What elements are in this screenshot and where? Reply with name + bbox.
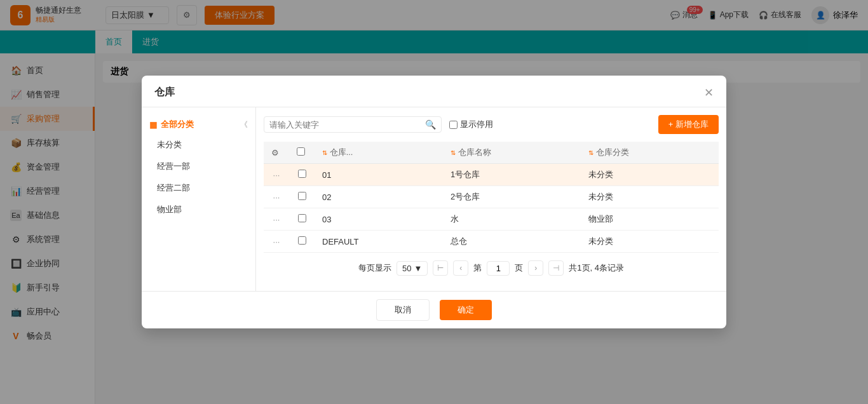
modal-title: 仓库 [154,86,175,99]
next-page-button[interactable]: › [528,260,543,276]
category-item-dept2[interactable]: 经营二部 [142,177,255,199]
select-all-checkbox[interactable] [297,147,305,156]
table-row[interactable]: ··· 03 水 物业部 [264,208,719,231]
category-item-property[interactable]: 物业部 [142,199,255,220]
category-all-header[interactable]: ▦ 全部分类 《 [142,115,255,134]
dropdown-arrow: ▼ [414,264,422,273]
page-label-prefix: 第 [473,262,482,274]
modal-body: ▦ 全部分类 《 未分类 经营一部 经营二部 物业部 [142,107,726,291]
show-disabled-checkbox[interactable] [449,121,458,129]
search-icon: 🔍 [425,119,436,130]
row-name: 1号仓库 [443,164,581,186]
modal-footer: 取消 确定 [142,291,726,328]
modal-close-button[interactable]: ✕ [704,87,714,98]
page-number-input[interactable] [487,261,510,276]
th-warehouse-category: ⇅ 仓库分类 [581,142,719,164]
category-item-dept1[interactable]: 经营一部 [142,156,255,177]
per-page-selector[interactable]: 50 ▼ [397,261,428,276]
row-num: 01 [315,164,443,186]
search-input[interactable] [269,120,425,130]
row-num: DEFAULT [315,231,443,253]
category-all-label: ▦ 全部分类 [149,119,194,130]
pagination: 每页显示 50 ▼ ⊢ ‹ 第 页 › ⊣ 共1页, 4条记录 [264,253,719,283]
modal-header: 仓库 ✕ [142,76,726,107]
last-page-button[interactable]: ⊣ [548,260,564,276]
row-dots[interactable]: ··· [264,231,289,253]
row-checkbox[interactable] [289,164,315,186]
th-check [289,142,315,164]
sort-icon-cat: ⇅ [588,149,593,156]
warehouse-table: ⚙ ⇅ 仓库... ⇅ 仓库名称 ⇅ [264,142,719,253]
sort-icon-code: ⇅ [322,149,327,156]
page-label-suffix: 页 [515,262,523,274]
category-item-unclassified[interactable]: 未分类 [142,134,255,156]
first-page-button[interactable]: ⊢ [433,260,448,276]
table-toolbar: 🔍 显示停用 + 新增仓库 [264,115,719,134]
table-header: ⚙ ⇅ 仓库... ⇅ 仓库名称 ⇅ [264,142,719,164]
row-name: 水 [443,208,581,231]
add-warehouse-button[interactable]: + 新增仓库 [658,115,719,134]
row-name: 2号仓库 [443,186,581,208]
show-disabled-label[interactable]: 显示停用 [449,119,493,130]
row-num: 02 [315,186,443,208]
confirm-button[interactable]: 确定 [440,300,492,320]
row-category: 未分类 [581,186,719,208]
row-category: 未分类 [581,164,719,186]
th-gear: ⚙ [264,142,289,164]
row-checkbox[interactable] [289,208,315,231]
row-category: 物业部 [581,208,719,231]
row-dots[interactable]: ··· [264,208,289,231]
table-body: ··· 01 1号仓库 未分类 ··· 02 2号仓库 未分类 [264,164,719,253]
search-box[interactable]: 🔍 [264,116,442,133]
table-row[interactable]: ··· 01 1号仓库 未分类 [264,164,719,186]
row-dots[interactable]: ··· [264,164,289,186]
sort-icon-name: ⇅ [451,149,456,156]
per-page-label: 每页显示 [358,262,391,274]
modal-overlay[interactable]: 仓库 ✕ ▦ 全部分类 《 未分类 经营一部 [0,0,868,404]
table-row[interactable]: ··· 02 2号仓库 未分类 [264,186,719,208]
category-grid-icon: ▦ [149,120,157,130]
row-dots[interactable]: ··· [264,186,289,208]
warehouse-modal: 仓库 ✕ ▦ 全部分类 《 未分类 经营一部 [142,76,726,328]
total-info: 共1页, 4条记录 [569,262,624,274]
row-name: 总仓 [443,231,581,253]
th-warehouse-name: ⇅ 仓库名称 [443,142,581,164]
prev-page-button[interactable]: ‹ [453,260,468,276]
table-row[interactable]: ··· DEFAULT 总仓 未分类 [264,231,719,253]
row-checkbox[interactable] [289,231,315,253]
row-category: 未分类 [581,231,719,253]
th-warehouse-code: ⇅ 仓库... [315,142,443,164]
collapse-icon[interactable]: 《 [240,119,248,130]
row-num: 03 [315,208,443,231]
cancel-button[interactable]: 取消 [376,299,430,321]
row-checkbox[interactable] [289,186,315,208]
table-panel: 🔍 显示停用 + 新增仓库 ⚙ ⇅ [256,107,726,291]
category-panel: ▦ 全部分类 《 未分类 经营一部 经营二部 物业部 [142,107,256,291]
